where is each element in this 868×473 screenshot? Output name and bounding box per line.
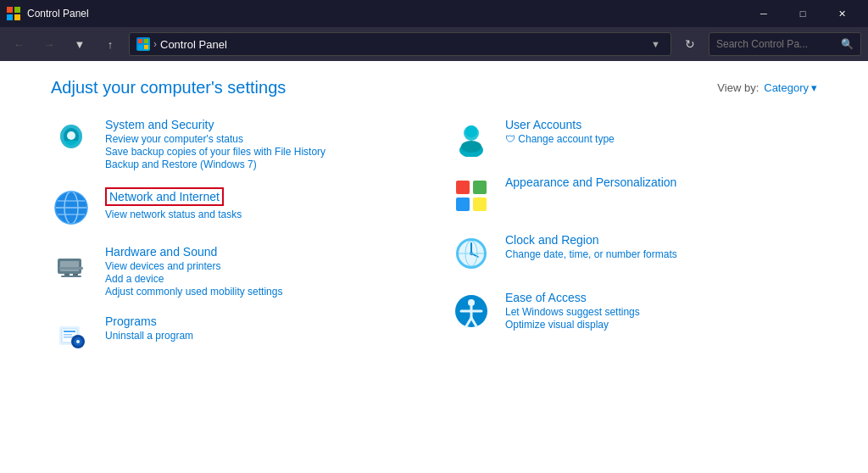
svg-rect-21 — [61, 275, 81, 277]
svg-rect-5 — [144, 39, 148, 43]
network-status-link[interactable]: View network status and tasks — [105, 209, 242, 220]
svg-rect-26 — [64, 334, 72, 336]
programs-icon — [51, 314, 92, 355]
ease-of-access-icon — [451, 291, 492, 331]
date-time-link[interactable]: Change date, time, or number formats — [505, 248, 677, 260]
svg-rect-0 — [7, 7, 13, 13]
address-breadcrumb: › Control Panel — [136, 37, 643, 51]
hardware-sound-content: Hardware and Sound View devices and prin… — [105, 245, 282, 298]
add-device-link[interactable]: Add a device — [105, 273, 282, 285]
clock-region-title[interactable]: Clock and Region — [505, 233, 677, 247]
view-by-category: Category — [764, 81, 809, 94]
visual-display-link[interactable]: Optimize visual display — [505, 319, 640, 331]
page-title: Adjust your computer's settings — [51, 78, 286, 97]
view-by-label: View by: — [717, 81, 759, 94]
user-accounts-item: User Accounts 🛡 Change account type — [451, 118, 817, 159]
appearance-personalization-title[interactable]: Appearance and Personalization — [505, 175, 676, 189]
right-column: User Accounts 🛡 Change account type Appe… — [451, 118, 817, 355]
review-status-link[interactable]: Review your computer's status — [105, 133, 326, 145]
refresh-button[interactable]: ↻ — [678, 32, 702, 56]
svg-rect-36 — [473, 181, 487, 194]
minimize-button[interactable]: ─ — [744, 0, 783, 27]
svg-point-10 — [67, 131, 75, 140]
search-input[interactable] — [716, 38, 836, 50]
svg-rect-2 — [7, 14, 13, 20]
system-security-title[interactable]: System and Security — [105, 118, 326, 131]
network-internet-icon — [51, 187, 92, 228]
programs-title[interactable]: Programs — [105, 314, 193, 328]
address-field[interactable]: › Control Panel ▼ — [129, 32, 671, 56]
system-security-content: System and Security Review your computer… — [105, 118, 326, 170]
maximize-button[interactable]: □ — [783, 0, 822, 27]
up-button[interactable]: ↑ — [98, 32, 122, 56]
system-security-item: System and Security Review your computer… — [51, 118, 417, 170]
user-accounts-content: User Accounts 🛡 Change account type — [505, 118, 615, 145]
clock-region-content: Clock and Region Change date, time, or n… — [505, 233, 677, 260]
backup-restore-link[interactable]: Backup and Restore (Windows 7) — [105, 159, 326, 170]
items-grid: System and Security Review your computer… — [51, 118, 817, 355]
hardware-sound-title[interactable]: Hardware and Sound — [105, 245, 282, 259]
search-icon[interactable]: 🔍 — [841, 38, 854, 50]
change-account-link[interactable]: 🛡 Change account type — [505, 133, 615, 145]
windows-suggest-link[interactable]: Let Windows suggest settings — [505, 306, 640, 318]
mobility-settings-link[interactable]: Adjust commonly used mobility settings — [105, 286, 282, 298]
search-field[interactable]: 🔍 — [709, 32, 861, 56]
forward-button[interactable]: → — [37, 32, 61, 56]
close-button[interactable]: ✕ — [822, 0, 861, 27]
svg-point-30 — [76, 340, 80, 343]
app-icon — [7, 7, 20, 20]
svg-rect-37 — [456, 198, 470, 211]
address-dropdown-btn[interactable]: ▼ — [648, 39, 664, 49]
appearance-personalization-icon — [451, 175, 492, 216]
title-bar-controls: ─ □ ✕ — [744, 0, 861, 27]
svg-rect-4 — [138, 39, 142, 43]
network-internet-title[interactable]: Network and Internet — [105, 187, 224, 206]
hardware-sound-icon — [51, 245, 92, 286]
appearance-personalization-content: Appearance and Personalization — [505, 175, 676, 191]
view-by-chevron: ▾ — [811, 81, 817, 94]
address-icon — [136, 37, 150, 51]
ease-of-access-item: Ease of Access Let Windows suggest setti… — [451, 291, 817, 331]
hardware-sound-item: Hardware and Sound View devices and prin… — [51, 245, 417, 298]
svg-rect-25 — [64, 331, 75, 332]
view-by-control: View by: Category ▾ — [717, 81, 817, 94]
svg-rect-1 — [14, 7, 20, 13]
back-button[interactable]: ← — [7, 32, 31, 56]
svg-rect-3 — [14, 14, 20, 20]
svg-point-33 — [465, 125, 477, 137]
clock-region-item: Clock and Region Change date, time, or n… — [451, 233, 817, 274]
recent-button[interactable]: ▼ — [68, 32, 92, 56]
programs-item: Programs Uninstall a program — [51, 314, 417, 355]
programs-content: Programs Uninstall a program — [105, 314, 193, 342]
left-column: System and Security Review your computer… — [51, 118, 417, 355]
svg-point-34 — [461, 141, 481, 153]
file-history-link[interactable]: Save backup copies of your files with Fi… — [105, 146, 326, 158]
svg-rect-7 — [144, 45, 148, 49]
network-internet-content: Network and Internet View network status… — [105, 187, 242, 220]
breadcrumb-text: Control Panel — [160, 38, 227, 51]
devices-printers-link[interactable]: View devices and printers — [105, 260, 282, 272]
uninstall-link[interactable]: Uninstall a program — [105, 330, 193, 342]
address-bar: ← → ▼ ↑ › Control Panel ▼ ↻ 🔍 — [0, 27, 868, 61]
main-content: Adjust your computer's settings View by:… — [0, 61, 868, 473]
title-bar-left: Control Panel — [7, 7, 89, 20]
svg-rect-18 — [60, 261, 79, 271]
user-accounts-icon — [451, 118, 492, 159]
svg-rect-35 — [456, 181, 470, 194]
ease-of-access-content: Ease of Access Let Windows suggest setti… — [505, 291, 640, 331]
title-bar: Control Panel ─ □ ✕ — [0, 0, 868, 27]
clock-region-icon — [451, 233, 492, 274]
svg-rect-38 — [473, 198, 487, 211]
page-header: Adjust your computer's settings View by:… — [51, 78, 817, 97]
svg-rect-6 — [138, 45, 142, 49]
svg-rect-22 — [59, 267, 83, 270]
ease-of-access-title[interactable]: Ease of Access — [505, 291, 640, 304]
title-bar-title: Control Panel — [27, 8, 89, 19]
view-by-value[interactable]: Category ▾ — [764, 81, 817, 94]
system-security-icon — [51, 118, 92, 159]
user-accounts-title[interactable]: User Accounts — [505, 118, 615, 131]
svg-rect-27 — [64, 337, 74, 338]
network-internet-item: Network and Internet View network status… — [51, 187, 417, 228]
appearance-personalization-item: Appearance and Personalization — [451, 175, 817, 216]
